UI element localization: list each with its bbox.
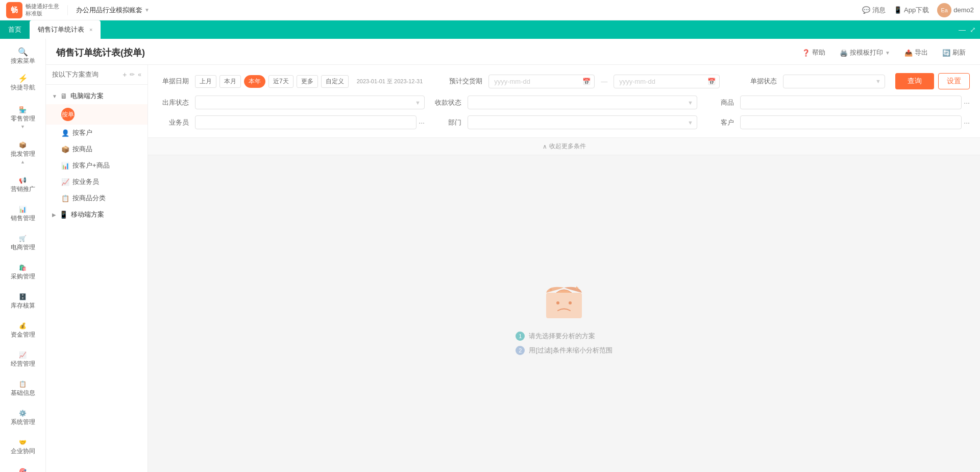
- content-inner: 按以下方案查询 + ✏ « ▼ 🖥 电脑端方案: [46, 65, 980, 472]
- status-label: 单据状态: [746, 77, 777, 86]
- chevron-down-icon: ▼: [144, 7, 150, 13]
- salesman-more-icon[interactable]: ···: [419, 119, 425, 127]
- collapse-text: 收起更多条件: [549, 142, 586, 151]
- calendar-icon[interactable]: 📅: [582, 78, 591, 85]
- goods-input[interactable]: [740, 96, 962, 109]
- goods-more-icon[interactable]: ···: [964, 99, 970, 107]
- tab-maximize-button[interactable]: ⤢: [970, 26, 976, 34]
- export-button[interactable]: 📤 导出: [900, 46, 932, 59]
- date-this-year-btn[interactable]: 本年: [244, 75, 265, 88]
- status-select[interactable]: [783, 75, 885, 88]
- scheme-group-desktop-label: 电脑端方案: [70, 91, 104, 101]
- sidebar-item-finance[interactable]: 💰 资金管理: [0, 316, 45, 345]
- expected-date-start-input[interactable]: [488, 75, 595, 88]
- add-scheme-button[interactable]: +: [122, 70, 127, 79]
- customer-input[interactable]: [740, 115, 962, 129]
- app-download-button[interactable]: 📱 App下载: [894, 6, 929, 15]
- tab-minimize-button[interactable]: —: [959, 26, 966, 34]
- scheme-item-by-order[interactable]: 按单: [46, 104, 148, 125]
- help-label: 帮助: [812, 48, 825, 57]
- scheme-group-desktop: ▼ 🖥 电脑端方案 按单 👤 按客户 📦: [46, 88, 148, 206]
- top-header: 畅 畅捷通好生意 标准版 办公用品行业模拟账套 ▼ 💬 消息 📱 App下载 E…: [0, 0, 980, 20]
- logo-icon: 畅: [6, 2, 22, 18]
- action-buttons-right: 查询 设置: [895, 73, 970, 89]
- sidebar-item-purchase[interactable]: 🛍️ 采购管理: [0, 258, 45, 287]
- setting-button[interactable]: 设置: [938, 73, 970, 89]
- salesman-input[interactable]: [195, 115, 416, 129]
- template-print-button[interactable]: 🖨️ 按模板打印 ▼: [836, 46, 894, 59]
- dept-select[interactable]: [468, 115, 697, 129]
- sidebar-quick-nav-label: 快捷导航: [3, 83, 42, 92]
- tab-bar: 首页 销售订单统计表 × — ⤢: [0, 20, 980, 39]
- dept-select-wrap: ▼: [468, 115, 697, 129]
- goods-field-wrap: ···: [740, 96, 970, 109]
- collapse-bar[interactable]: ∧ 收起更多条件: [148, 138, 980, 155]
- filter-row-1: 单据日期 上月 本月 本年 近7天 更多 自定义 2023-01-01 至 20…: [158, 73, 970, 89]
- date-custom-btn[interactable]: 自定义: [321, 75, 349, 88]
- date-more-btn[interactable]: 更多: [297, 75, 318, 88]
- scheme-group-mobile-header[interactable]: ▶ 📱 移动端方案: [46, 206, 148, 223]
- sidebar-item-ecommerce[interactable]: 🛒 电商管理: [0, 229, 45, 258]
- scheme-item-icon: 👤: [61, 129, 69, 137]
- date-7days-btn[interactable]: 近7天: [268, 75, 293, 88]
- page-header: 销售订单统计表(按单) ❓ 帮助 🖨️ 按模板打印 ▼ 📤 导出 🔄 刷新: [46, 39, 980, 65]
- filter-row-2: 出库状态 ▼ 收款状态 ▼: [158, 96, 970, 109]
- customer-more-icon[interactable]: ···: [964, 119, 970, 127]
- salesman-label: 业务员: [158, 118, 189, 127]
- scheme-item-icon: 📦: [61, 146, 69, 153]
- payment-status-select[interactable]: [468, 96, 697, 109]
- sidebar-search[interactable]: 🔍 搜索菜单: [0, 43, 45, 69]
- sidebar-item-marketing[interactable]: 📢 营销推广: [0, 171, 45, 200]
- sidebar-quick-nav[interactable]: ⚡ 快捷导航: [0, 69, 45, 96]
- sidebar-item-basic-info[interactable]: 📋 基础信息: [0, 374, 45, 404]
- header-right: 💬 消息 📱 App下载 Ea demo2: [862, 3, 974, 17]
- help-button[interactable]: ❓ 帮助: [798, 46, 829, 59]
- scheme-item-by-customer-goods[interactable]: 📊 按客户+商品: [46, 157, 148, 174]
- scheme-item-by-goods[interactable]: 📦 按商品: [46, 141, 148, 157]
- date-last-month-btn[interactable]: 上月: [195, 75, 216, 88]
- sidebar: 🔍 搜索菜单 ⚡ 快捷导航 🏪 零售管理 ▼ 📦 批发管理 ▲ 📢 营销推广 📊…: [0, 39, 46, 472]
- tab-home[interactable]: 首页: [0, 20, 30, 39]
- scheme-item-icon: 📋: [61, 195, 69, 202]
- customer-field-wrap: ···: [740, 115, 970, 129]
- tab-close-icon[interactable]: ×: [89, 27, 92, 33]
- user-profile[interactable]: Ea demo2: [937, 3, 974, 17]
- sidebar-item-management[interactable]: 📈 经营管理: [0, 345, 45, 374]
- desktop-icon: 🖥: [60, 92, 67, 100]
- calendar-icon-2[interactable]: 📅: [707, 78, 716, 85]
- tab-sales-order[interactable]: 销售订单统计表 ×: [30, 20, 101, 39]
- collapse-panel-button[interactable]: «: [138, 71, 141, 78]
- sidebar-item-wholesale[interactable]: 📦 批发管理 ▲: [0, 135, 45, 171]
- date-range-dash: —: [601, 78, 607, 85]
- refresh-button[interactable]: 🔄 刷新: [938, 46, 970, 59]
- sidebar-item-guide[interactable]: 🎯 新手引导: [0, 462, 45, 472]
- panel-title: 按以下方案查询: [52, 70, 99, 79]
- scheme-item-by-category[interactable]: 📋 按商品分类: [46, 190, 148, 206]
- edit-scheme-button[interactable]: ✏: [130, 71, 135, 78]
- date-label: 单据日期: [158, 77, 189, 86]
- messages-button[interactable]: 💬 消息: [862, 6, 886, 15]
- payment-status-select-wrap: ▼: [468, 96, 697, 109]
- ship-status-select[interactable]: [195, 96, 425, 109]
- scheme-item-by-salesman[interactable]: 📈 按业务员: [46, 174, 148, 190]
- ship-status-select-wrap: ▼: [195, 96, 425, 109]
- sidebar-item-inventory[interactable]: 🗄️ 库存核算: [0, 287, 45, 316]
- scheme-group-mobile-label: 移动端方案: [71, 210, 104, 219]
- tab-home-label: 首页: [8, 25, 21, 34]
- breadcrumb-select[interactable]: 办公用品行业模拟账套 ▼: [76, 6, 150, 15]
- date-buttons-group: 上月 本月 本年 近7天 更多 自定义: [195, 75, 349, 88]
- tip-text-2: 用[过滤]条件来缩小分析范围: [529, 346, 612, 355]
- expected-date-end-input[interactable]: [614, 75, 720, 88]
- sidebar-item-system[interactable]: ⚙️ 系统管理: [0, 404, 45, 433]
- date-this-month-btn[interactable]: 本月: [219, 75, 241, 88]
- sidebar-item-enterprise[interactable]: 🤝 企业协同: [0, 433, 45, 462]
- expected-date-end-wrap: 📅: [614, 75, 720, 88]
- scheme-group-desktop-header[interactable]: ▼ 🖥 电脑端方案: [46, 88, 148, 104]
- sidebar-item-retail[interactable]: 🏪 零售管理 ▼: [0, 100, 45, 135]
- help-icon: ❓: [802, 49, 810, 57]
- query-button[interactable]: 查询: [895, 73, 934, 89]
- svg-rect-0: [546, 293, 582, 318]
- sidebar-item-sales[interactable]: 📊 销售管理: [0, 200, 45, 229]
- scheme-item-by-customer[interactable]: 👤 按客户: [46, 125, 148, 141]
- export-icon: 📤: [904, 49, 913, 57]
